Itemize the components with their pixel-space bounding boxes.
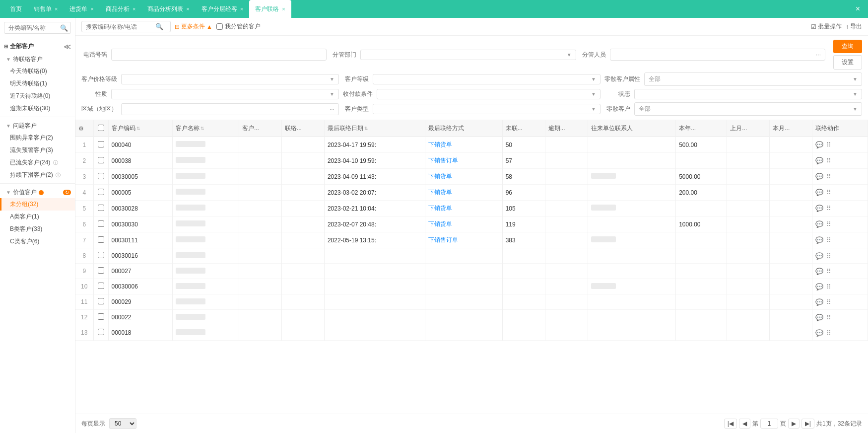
- contact-icon[interactable]: 💬: [815, 205, 823, 212]
- phone-input[interactable]: [111, 49, 327, 61]
- row-checkbox[interactable]: [98, 173, 104, 179]
- retail-attr-select[interactable]: 全部 ▼: [644, 72, 862, 86]
- status-select[interactable]: ▼: [634, 89, 862, 99]
- nav-close-button[interactable]: ×: [852, 4, 864, 13]
- contact-icon[interactable]: 💬: [815, 252, 823, 260]
- sidebar-item-overdue-contact[interactable]: 逾期未联络(30): [0, 102, 75, 115]
- cell-check[interactable]: [93, 264, 108, 279]
- row-checkbox[interactable]: [98, 141, 104, 147]
- sidebar-item-class-c[interactable]: C类客户(6): [0, 235, 75, 248]
- my-customers-checkbox[interactable]: [216, 23, 223, 30]
- more-action-icon[interactable]: ⠿: [826, 189, 831, 196]
- contact-method-link[interactable]: 下销货单: [428, 205, 452, 212]
- contact-icon[interactable]: 💬: [815, 298, 823, 306]
- contact-icon[interactable]: 💬: [815, 220, 823, 228]
- department-select[interactable]: ▼: [360, 50, 576, 60]
- query-button[interactable]: 查询: [833, 40, 862, 53]
- row-checkbox[interactable]: [98, 157, 104, 163]
- price-level-select[interactable]: ▼: [121, 74, 339, 84]
- nature-select[interactable]: ▼: [111, 89, 339, 99]
- check-all-checkbox[interactable]: [98, 125, 104, 131]
- cell-check[interactable]: [93, 248, 108, 264]
- more-action-icon[interactable]: ⠿: [826, 157, 831, 164]
- export-button[interactable]: ↑ 导出: [846, 22, 862, 31]
- tab-customer-contact-close[interactable]: ×: [282, 6, 285, 12]
- sidebar-item-class-b[interactable]: B类客户(33): [0, 223, 75, 235]
- sidebar-item-today-pending[interactable]: 今天待联络(0): [0, 65, 75, 77]
- sidebar-item-ungrouped[interactable]: 未分组(32): [0, 198, 75, 211]
- row-checkbox[interactable]: [98, 220, 104, 227]
- contact-icon[interactable]: 💬: [815, 268, 823, 275]
- cell-check[interactable]: [93, 185, 108, 201]
- cell-check[interactable]: [93, 216, 108, 232]
- contact-method-link[interactable]: 下销货单: [428, 173, 452, 180]
- cell-check[interactable]: [93, 232, 108, 248]
- customer-level-select[interactable]: ▼: [373, 74, 601, 84]
- contact-method-link[interactable]: 下销售订单: [428, 236, 458, 243]
- tab-purchase[interactable]: 进货单 ×: [64, 0, 99, 18]
- more-action-icon[interactable]: ⠿: [826, 283, 831, 290]
- payment-select[interactable]: ▼: [377, 89, 601, 99]
- batch-op-button[interactable]: ☑ 批量操作: [811, 22, 842, 31]
- settings-icon[interactable]: ⚙: [78, 125, 84, 132]
- customer-type-select[interactable]: ▼: [373, 104, 601, 114]
- cell-check[interactable]: [93, 294, 108, 310]
- row-checkbox[interactable]: [98, 189, 104, 195]
- more-action-icon[interactable]: ⠿: [826, 205, 831, 212]
- sidebar-search-icon[interactable]: 🔍: [60, 24, 68, 32]
- sidebar-group-problem[interactable]: ▼ 问题客户: [0, 119, 75, 132]
- contact-icon[interactable]: 💬: [815, 157, 823, 164]
- row-checkbox[interactable]: [98, 329, 104, 335]
- sidebar-item-class-a[interactable]: A类客户(1): [0, 211, 75, 223]
- tab-customer-segment-close[interactable]: ×: [240, 6, 243, 12]
- more-action-icon[interactable]: ⠿: [826, 329, 831, 337]
- sidebar-item-churned[interactable]: 已流失客户(24) ⓘ: [0, 156, 75, 169]
- sidebar-item-declining[interactable]: 持续下滑客户(2) ⓘ: [0, 169, 75, 181]
- next-page-btn[interactable]: ▶: [788, 419, 800, 429]
- main-search-input[interactable]: [86, 23, 155, 30]
- tab-product-analysis-close[interactable]: ×: [133, 6, 135, 12]
- cell-check[interactable]: [93, 137, 108, 153]
- tab-customer-contact[interactable]: 客户联络 ×: [249, 0, 291, 18]
- cell-check[interactable]: [93, 279, 108, 294]
- cell-check[interactable]: [93, 153, 108, 169]
- row-checkbox[interactable]: [98, 283, 104, 289]
- contact-icon[interactable]: 💬: [815, 283, 823, 290]
- contact-method-link[interactable]: 下销货单: [428, 220, 452, 227]
- contact-method-link[interactable]: 下销售订单: [428, 157, 458, 164]
- more-action-icon[interactable]: ⠿: [826, 298, 831, 306]
- tab-product-analysis-list-close[interactable]: ×: [186, 6, 189, 12]
- sidebar-item-churn-warning[interactable]: 流失预警客户(3): [0, 144, 75, 156]
- contact-icon[interactable]: 💬: [815, 173, 823, 180]
- contact-icon[interactable]: 💬: [815, 189, 823, 196]
- row-checkbox[interactable]: [98, 298, 104, 304]
- tab-purchase-close[interactable]: ×: [90, 6, 93, 12]
- row-checkbox[interactable]: [98, 236, 104, 243]
- contact-icon[interactable]: 💬: [815, 141, 823, 148]
- tab-sales-close[interactable]: ×: [55, 6, 58, 12]
- all-customers-section[interactable]: ⊞ 全部客户 ≪: [0, 38, 75, 53]
- page-number-input[interactable]: [760, 419, 778, 429]
- cell-check[interactable]: [93, 169, 108, 185]
- page-size-select[interactable]: 50 100 200: [109, 418, 136, 429]
- sidebar-collapse-btn[interactable]: ≪: [64, 43, 71, 51]
- refresh-icon[interactable]: ↻: [63, 190, 71, 195]
- contact-method-link[interactable]: 下销货单: [428, 141, 452, 148]
- more-action-icon[interactable]: ⠿: [826, 314, 831, 321]
- tab-customer-segment[interactable]: 客户分层经客 ×: [196, 0, 249, 18]
- sidebar-group-pending[interactable]: ▼ 待联络客户: [0, 53, 75, 65]
- row-checkbox[interactable]: [98, 313, 104, 320]
- last-page-btn[interactable]: ▶|: [801, 419, 814, 429]
- reset-button[interactable]: 设置: [833, 55, 862, 70]
- col-check-all[interactable]: [93, 120, 108, 137]
- more-action-icon[interactable]: ⠿: [826, 173, 831, 180]
- manager-select[interactable]: ···: [610, 49, 825, 61]
- row-checkbox[interactable]: [98, 205, 104, 211]
- sidebar-item-tomorrow-pending[interactable]: 明天待联络(1): [0, 77, 75, 90]
- row-checkbox[interactable]: [98, 267, 104, 274]
- cell-check[interactable]: [93, 310, 108, 325]
- retail-customer-select[interactable]: 全部 ▼: [634, 102, 862, 116]
- col-settings[interactable]: ⚙: [75, 120, 93, 137]
- my-customers-filter[interactable]: 我分管的客户: [216, 22, 261, 31]
- contact-icon[interactable]: 💬: [815, 329, 823, 337]
